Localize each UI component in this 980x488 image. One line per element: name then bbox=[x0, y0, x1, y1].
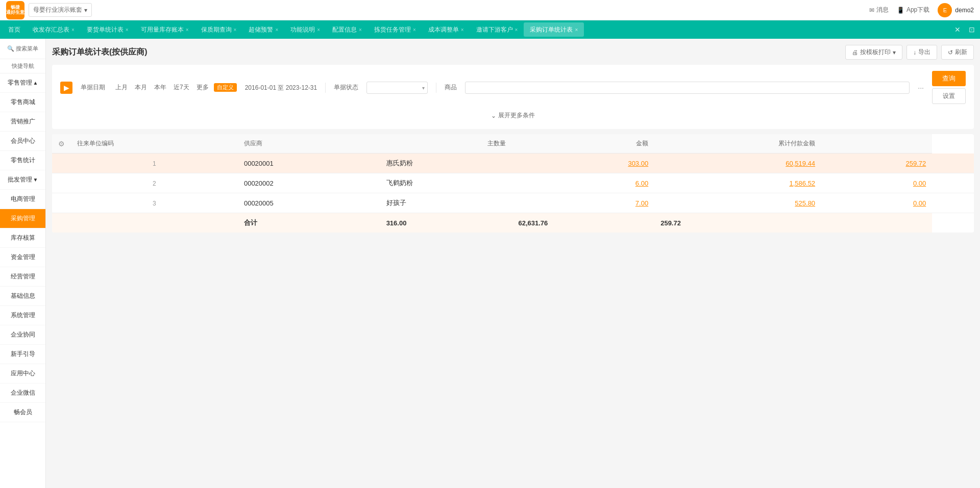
row-supplier: 飞鹤奶粉 bbox=[380, 173, 512, 193]
nav-close-btn[interactable]: ✕ bbox=[951, 23, 964, 36]
sidebar-item-wholesale-label: 批发管理 bbox=[8, 175, 32, 184]
date-to: 2023-12-31 bbox=[286, 84, 317, 91]
sidebar-item-wholesale[interactable]: 批发管理 ▼ bbox=[0, 170, 45, 190]
footer-amount: 62,631.76 bbox=[512, 213, 654, 233]
tab-pick-task[interactable]: 拣货任务管理 × bbox=[368, 22, 422, 37]
quick-nav-btn[interactable]: 快捷导航 bbox=[0, 59, 45, 73]
row-code: 00020002 bbox=[238, 173, 380, 193]
tab-config[interactable]: 配置信息 × bbox=[326, 22, 368, 37]
table-body: 1 00020001 惠氏奶粉 303.00 60,519.44 259.72 … bbox=[52, 153, 974, 213]
sidebar-item-ecommerce[interactable]: 电商管理 bbox=[0, 190, 45, 209]
tab-purchase-stats[interactable]: 采购订单统计表 × bbox=[524, 22, 584, 37]
message-label: 消息 bbox=[876, 6, 889, 14]
app-download-action[interactable]: 📱 App下载 bbox=[897, 6, 929, 14]
shortcut-more[interactable]: 更多 bbox=[194, 82, 211, 93]
row-num: 2 bbox=[71, 173, 238, 193]
row-num: 3 bbox=[71, 193, 238, 213]
settings-button[interactable]: 设置 bbox=[932, 88, 966, 104]
template-print-button[interactable]: 🖨 按模板打印 ▾ bbox=[845, 45, 902, 60]
sidebar-item-marketing[interactable]: 营销推广 bbox=[0, 112, 45, 132]
row-code: 00020001 bbox=[238, 153, 380, 173]
page-title: 采购订单统计表(按供应商) bbox=[52, 47, 148, 58]
sidebar-item-finance[interactable]: 资金管理 bbox=[0, 248, 45, 267]
sidebar-item-enterprise-wechat[interactable]: 企业微信 bbox=[0, 383, 45, 403]
sidebar-item-purchase-label: 采购管理 bbox=[11, 215, 35, 222]
sidebar: 🔍 搜索菜单 快捷导航 零售管理 ▲ 零售商城 营销推广 会员中心 零售统计 批… bbox=[0, 39, 46, 488]
quick-nav-label: 快捷导航 bbox=[12, 62, 34, 70]
footer-extra bbox=[821, 213, 932, 233]
tab-order-stats-close[interactable]: × bbox=[126, 27, 129, 33]
main-content: 采购订单统计表(按供应商) 🖨 按模板打印 ▾ ↓ 导出 ↺ 刷新 bbox=[46, 39, 980, 488]
shortcut-7days[interactable]: 近7天 bbox=[172, 82, 191, 93]
sidebar-item-retail-mall[interactable]: 零售商城 bbox=[0, 93, 45, 112]
sidebar-item-app-center[interactable]: 应用中心 bbox=[0, 364, 45, 383]
sidebar-item-retail-stats[interactable]: 零售统计 bbox=[0, 151, 45, 170]
expand-more-btn[interactable]: ⌄ 展开更多条件 bbox=[488, 108, 538, 123]
sidebar-item-marketing-label: 营销推广 bbox=[11, 118, 35, 125]
status-select[interactable] bbox=[366, 82, 428, 94]
table-row[interactable]: 1 00020001 惠氏奶粉 303.00 60,519.44 259.72 bbox=[52, 153, 974, 173]
tab-receive[interactable]: 收发存汇总表 × bbox=[27, 22, 81, 37]
tab-cost-adjust-close[interactable]: × bbox=[461, 27, 464, 33]
row-extra bbox=[932, 193, 974, 213]
column-settings-icon[interactable]: ⚙ bbox=[58, 140, 65, 148]
search-menu-btn[interactable]: 🔍 搜索菜单 bbox=[3, 43, 42, 55]
tab-expiry[interactable]: 保质期查询 × bbox=[195, 22, 243, 37]
workspace-selector[interactable]: 母婴行业演示账套 ▾ bbox=[29, 3, 92, 17]
export-button[interactable]: ↓ 导出 bbox=[906, 45, 937, 60]
sidebar-item-member-label: 会员中心 bbox=[11, 137, 35, 144]
top-bar-right: ✉ 消息 📱 App下载 E demo2 bbox=[869, 3, 974, 17]
printer-icon: 🖨 bbox=[852, 49, 858, 56]
goods-more-btn[interactable]: ··· bbox=[918, 84, 924, 92]
custom-date-badge[interactable]: 自定义 bbox=[214, 83, 237, 92]
shortcut-this-month[interactable]: 本月 bbox=[133, 82, 149, 93]
sidebar-item-inventory[interactable]: 库存核算 bbox=[0, 228, 45, 248]
sidebar-item-vip-label: 畅会员 bbox=[14, 408, 32, 416]
message-action[interactable]: ✉ 消息 bbox=[869, 6, 889, 14]
tab-purchase-stats-close[interactable]: × bbox=[575, 27, 578, 33]
tab-receive-close[interactable]: × bbox=[71, 27, 75, 33]
table-row[interactable]: 2 00020002 飞鹤奶粉 6.00 1,586.52 0.00 bbox=[52, 173, 974, 193]
tab-overstock[interactable]: 超储预警 × bbox=[242, 22, 284, 37]
tab-config-label: 配置信息 bbox=[332, 25, 357, 34]
main-layout: 🔍 搜索菜单 快捷导航 零售管理 ▲ 零售商城 营销推广 会员中心 零售统计 批… bbox=[0, 39, 980, 488]
goods-input[interactable] bbox=[465, 82, 910, 94]
tab-function-close[interactable]: × bbox=[317, 27, 320, 33]
tab-order-stats[interactable]: 要货单统计表 × bbox=[81, 22, 135, 37]
nav-tabs-bar: 首页 收发存汇总表 × 要货单统计表 × 可用量库存账本 × 保质期查询 × 超… bbox=[0, 20, 980, 39]
filter-toggle-btn[interactable]: ▶ bbox=[60, 82, 72, 94]
shortcut-this-year[interactable]: 本年 bbox=[152, 82, 168, 93]
sidebar-item-system[interactable]: 系统管理 bbox=[0, 306, 45, 325]
workspace-name: 母婴行业演示账套 bbox=[33, 6, 82, 14]
sidebar-item-vip[interactable]: 畅会员 bbox=[0, 403, 45, 422]
tab-invite[interactable]: 邀请下游客户 × bbox=[470, 22, 524, 37]
refresh-button[interactable]: ↺ 刷新 bbox=[941, 45, 974, 60]
tab-cost-adjust-label: 成本调整单 bbox=[428, 25, 459, 34]
shortcut-last-month[interactable]: 上月 bbox=[113, 82, 130, 93]
tab-expiry-close[interactable]: × bbox=[234, 27, 237, 33]
query-button[interactable]: 查询 bbox=[932, 71, 966, 86]
sidebar-item-newbie[interactable]: 新手引导 bbox=[0, 345, 45, 364]
sidebar-item-purchase[interactable]: 采购管理 bbox=[0, 209, 45, 228]
tab-stock-book[interactable]: 可用量库存账本 × bbox=[135, 22, 195, 37]
tab-invite-close[interactable]: × bbox=[515, 27, 518, 33]
tab-home[interactable]: 首页 bbox=[2, 22, 27, 37]
table-row[interactable]: 3 00020005 好孩子 7.00 525.80 0.00 bbox=[52, 193, 974, 213]
tab-cost-adjust[interactable]: 成本调整单 × bbox=[422, 22, 470, 37]
sidebar-item-enterprise-wechat-label: 企业微信 bbox=[11, 389, 35, 396]
nav-right-controls: ✕ ⊡ bbox=[951, 23, 978, 36]
tab-function[interactable]: 功能说明 × bbox=[284, 22, 326, 37]
sidebar-item-operation[interactable]: 经营管理 bbox=[0, 267, 45, 287]
tab-overstock-close[interactable]: × bbox=[275, 27, 278, 33]
col-amount-header: 金额 bbox=[512, 134, 654, 153]
sidebar-item-retail[interactable]: 零售管理 ▲ bbox=[0, 73, 45, 93]
nav-maximize-btn[interactable]: ⊡ bbox=[966, 23, 978, 36]
tab-purchase-stats-label: 采购订单统计表 bbox=[530, 25, 573, 34]
sidebar-item-enterprise[interactable]: 企业协同 bbox=[0, 325, 45, 345]
sidebar-item-member[interactable]: 会员中心 bbox=[0, 132, 45, 151]
tab-pick-task-close[interactable]: × bbox=[413, 27, 416, 33]
tab-config-close[interactable]: × bbox=[359, 27, 362, 33]
sidebar-item-app-center-label: 应用中心 bbox=[11, 370, 35, 377]
sidebar-item-basic[interactable]: 基础信息 bbox=[0, 287, 45, 306]
tab-stock-book-close[interactable]: × bbox=[186, 27, 189, 33]
